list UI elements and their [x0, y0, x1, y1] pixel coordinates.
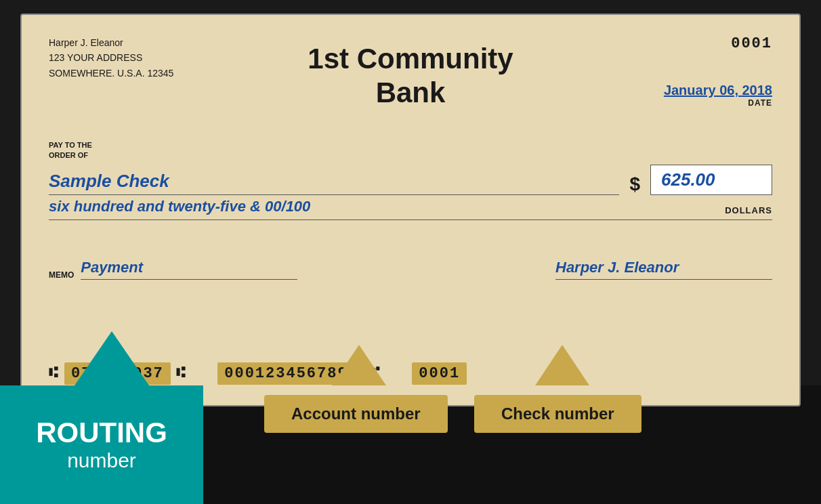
date-label: DATE: [664, 98, 772, 108]
check-number-label: Check number: [501, 404, 614, 423]
micr-check-number: 0001: [412, 362, 467, 385]
micr-routing-open-symbol: ⑆: [49, 365, 59, 382]
check-number-badge: Check number: [474, 395, 641, 433]
date-section: January 06, 2018 DATE: [664, 83, 772, 108]
account-arrow-icon: [332, 345, 386, 385]
routing-sub-label: number: [67, 449, 136, 472]
check-arrow-icon: [535, 345, 589, 385]
written-amount: six hundred and twenty-five & 00/100: [49, 198, 310, 215]
signature-section: Harper J. Eleanor: [555, 259, 772, 280]
signature-line: Harper J. Eleanor: [555, 259, 772, 280]
pay-to-line: Sample Check: [49, 171, 619, 195]
account-number-label: Account number: [291, 404, 421, 423]
memo-label: MEMO: [49, 270, 74, 280]
date-value: January 06, 2018: [664, 83, 772, 98]
account-holder: Harper J. Eleanor 123 YOUR ADDRESS SOMEW…: [49, 35, 173, 81]
micr-routing-close-symbol: ⑆: [176, 365, 186, 382]
dollars-label: DOLLARS: [725, 205, 772, 215]
account-number-badge: Account number: [264, 395, 448, 433]
amount-box: 625.00: [650, 165, 772, 195]
pay-to-section: PAY TO THE ORDER OF Sample Check $ 625.0…: [49, 140, 772, 195]
pay-to-label: PAY TO THE ORDER OF: [49, 140, 772, 161]
signature-value: Harper J. Eleanor: [555, 259, 679, 276]
routing-label: ROUTING: [36, 417, 167, 448]
micr-section: ⑆ 071109037 ⑆ 000123456789 ⑈ 0001: [49, 362, 772, 385]
written-amount-section: six hundred and twenty-five & 00/100 DOL…: [49, 198, 772, 220]
pay-to-name: Sample Check: [49, 171, 169, 192]
routing-section: ROUTING number: [0, 385, 203, 504]
check-number-top: 0001: [731, 35, 772, 52]
bank-name: 1st Community Bank: [308, 42, 513, 110]
micr-spacer: [192, 365, 212, 382]
amount-value: 625.00: [661, 169, 715, 190]
memo-section: MEMO Payment Harper J. Eleanor: [49, 259, 772, 280]
micr-spacer2: [386, 365, 406, 382]
dollar-sign: $: [629, 173, 640, 195]
routing-arrow-icon: [75, 331, 149, 385]
memo-value: Payment: [81, 259, 143, 276]
memo-line: Payment: [81, 259, 297, 280]
